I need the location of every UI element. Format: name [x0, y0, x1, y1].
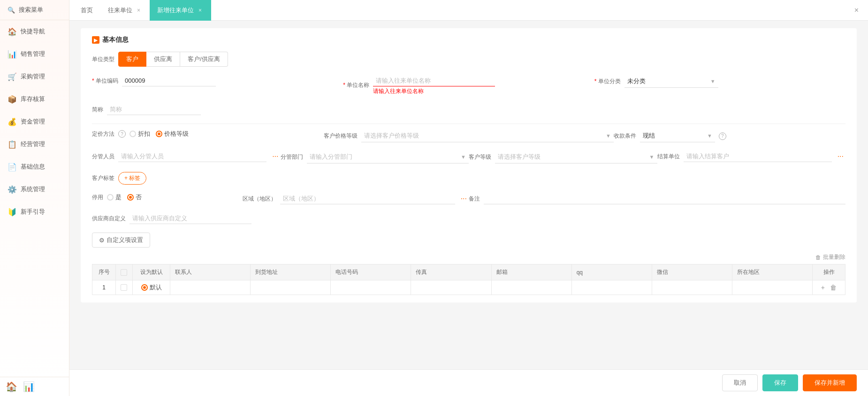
row-checkbox[interactable] [121, 284, 127, 291]
close-all-tabs[interactable]: × [849, 6, 864, 15]
row-check [116, 280, 133, 295]
sidebar-item-system[interactable]: ⚙️系统管理 [0, 178, 69, 201]
sidebar-item-finance[interactable]: 💰资金管理 [0, 110, 69, 133]
pricing-discount-radio[interactable] [129, 131, 136, 137]
sidebar-item-label: 库存核算 [21, 95, 45, 103]
remark-input[interactable] [484, 193, 845, 204]
short-name-input[interactable] [107, 104, 201, 115]
sidebar-icon-chart[interactable]: 📊 [23, 381, 35, 392]
department-select[interactable]: 请输入分管部门 ▼ [307, 151, 469, 163]
disabled-yes-radio[interactable] [107, 194, 114, 201]
email-input[interactable] [496, 284, 567, 291]
tab-home[interactable]: 首页 [73, 0, 100, 21]
disabled-no-radio[interactable] [127, 194, 134, 201]
row-default: 默认 [133, 280, 170, 295]
row-qq [571, 280, 652, 295]
quick-nav-icon: 🏠 [8, 27, 17, 36]
payment-terms-help[interactable]: ? [719, 132, 726, 140]
contact-table: 序号 设为默认 联系人 到货地址 电话号码 传真 邮箱 qq 微信 所在地区 操… [92, 264, 845, 295]
manager-input[interactable] [118, 151, 266, 162]
row-add-button[interactable]: + [819, 284, 827, 291]
manager-label: 分管人员 [92, 153, 114, 161]
col-header-check [116, 264, 133, 280]
unit-type-supplier[interactable]: 供应离 [146, 52, 180, 67]
save-and-new-button[interactable]: 保存并新增 [803, 374, 857, 391]
sidebar-item-quick-nav[interactable]: 🏠快捷导航 [0, 20, 69, 43]
disabled-yes[interactable]: 是 [107, 193, 122, 202]
unit-code-input[interactable] [122, 75, 216, 86]
batch-delete[interactable]: 🗑 批量删除 [92, 253, 845, 261]
fax-input[interactable] [416, 284, 486, 291]
customer-level-select[interactable]: 请选择客户等级 ▼ [495, 151, 657, 163]
supplier-custom-input[interactable] [129, 213, 251, 224]
sidebar-item-basic-info[interactable]: 📄基础信息 [0, 155, 69, 178]
col-header-ops: 操作 [813, 264, 845, 280]
inventory-icon: 📦 [8, 94, 17, 104]
purchase-icon: 🛒 [8, 72, 17, 81]
custom-settings-button[interactable]: ⚙ 自定义项设置 [92, 233, 150, 248]
pricing-method-label: 定价方法 [92, 130, 114, 138]
customer-price-level-arrow: ▼ [606, 133, 611, 139]
short-name-group: 简称 [92, 104, 845, 115]
tab-new-contact[interactable]: 新增往来单位 × [150, 0, 211, 21]
wechat-input[interactable] [657, 284, 727, 291]
sidebar-item-label: 新手引导 [21, 208, 45, 216]
qq-input[interactable] [577, 284, 647, 291]
sidebar-item-newbie[interactable]: 🔰新手引导 [0, 201, 69, 223]
unit-category-select[interactable]: 未分类 ▼ [624, 75, 718, 88]
row-address [251, 280, 331, 295]
payment-terms-select[interactable]: 现结 ▼ [640, 130, 715, 142]
sidebar-icon-home[interactable]: 🏠 [6, 381, 17, 392]
unit-type-customer[interactable]: 客户 [118, 52, 146, 67]
settlement-unit-input[interactable] [684, 151, 832, 162]
contact-input[interactable] [175, 284, 245, 291]
phone-input[interactable] [335, 284, 406, 291]
sidebar-item-operation[interactable]: 📋经营管理 [0, 133, 69, 155]
pricing-help-icon[interactable]: ? [118, 130, 126, 138]
manager-more[interactable]: ··· [270, 152, 280, 161]
col-header-qq: qq [571, 264, 652, 280]
row-fax [411, 280, 491, 295]
region-group: 区域（地区） ··· [243, 193, 469, 204]
tab1-close[interactable]: × [135, 6, 142, 15]
payment-terms-label: 收款条件 [614, 132, 636, 140]
tab-contacts[interactable]: 往来单位 × [100, 0, 150, 21]
row-email [491, 280, 571, 295]
save-button[interactable]: 保存 [762, 374, 798, 391]
unit-type-both[interactable]: 客户/供应离 [180, 52, 228, 67]
add-tag-button[interactable]: + 标签 [118, 172, 146, 185]
row-delete-button[interactable]: 🗑 [828, 284, 838, 291]
department-group: 分管部门 请输入分管部门 ▼ [281, 151, 469, 163]
location-input[interactable] [737, 284, 807, 291]
row-num: 1 [92, 280, 116, 295]
pricing-discount[interactable]: 折扣 [129, 130, 150, 138]
sidebar-item-purchase[interactable]: 🛒采购管理 [0, 65, 69, 88]
pricing-price-level-radio[interactable] [156, 131, 162, 137]
settlement-unit-more[interactable]: ··· [836, 152, 845, 161]
region-label: 区域（地区） [243, 195, 276, 203]
sidebar-search[interactable]: 🔍 搜索菜单 [0, 0, 69, 20]
disabled-radio-group: 是 否 [107, 193, 142, 202]
row-ops: + 🗑 [813, 280, 845, 295]
manager-group: 分管人员 ··· [92, 151, 281, 162]
row-default-radio[interactable]: 默认 [137, 283, 165, 292]
sidebar-item-sales[interactable]: 📊销售管理 [0, 43, 69, 65]
disabled-label: 停用 [92, 194, 103, 202]
default-radio-circle[interactable] [141, 284, 148, 291]
unit-name-input[interactable] [373, 75, 495, 86]
col-header-wechat: 微信 [652, 264, 732, 280]
pricing-price-level[interactable]: 价格等级 [156, 130, 189, 138]
region-input[interactable] [280, 193, 455, 204]
address-input[interactable] [255, 284, 326, 291]
sidebar-item-inventory[interactable]: 📦库存核算 [0, 88, 69, 110]
cancel-button[interactable]: 取消 [722, 374, 758, 391]
sidebar-item-label: 快捷导航 [21, 27, 45, 36]
supplier-custom-row: 供应商自定义 [92, 213, 845, 224]
disabled-no[interactable]: 否 [127, 193, 142, 202]
table-header-row: 序号 设为默认 联系人 到货地址 电话号码 传真 邮箱 qq 微信 所在地区 操… [92, 264, 845, 280]
tab2-close[interactable]: × [197, 6, 204, 15]
customer-tag-group: 客户标签 + 标签 [92, 172, 845, 185]
select-all-checkbox[interactable] [121, 269, 127, 276]
region-more[interactable]: ··· [459, 194, 469, 203]
customer-price-level-select[interactable]: 请选择客户价格等级 ▼ [361, 130, 614, 142]
